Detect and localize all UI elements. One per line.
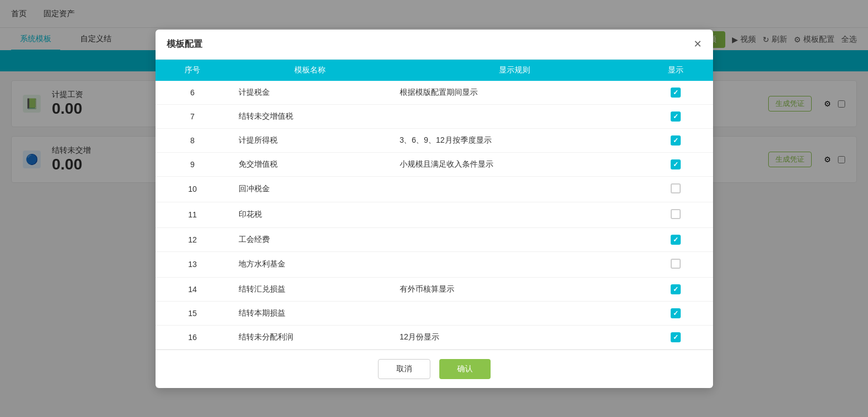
cell-seq: 16 (156, 325, 230, 349)
table-row: 13地方水利基金 (156, 251, 713, 277)
col-rule: 显示规则 (391, 60, 638, 81)
cell-checkbox (638, 251, 712, 277)
table-row: 10回冲税金 (156, 176, 713, 202)
cell-seq: 13 (156, 251, 230, 277)
cell-name: 结转汇兑损益 (230, 277, 391, 301)
table-body: 6计提税金根据模版配置期间显示7结转未交增值税8计提所得税3、6、9、12月按季… (156, 81, 713, 350)
row-14-checkbox[interactable] (671, 284, 681, 294)
cell-rule (391, 104, 638, 128)
modal-overlay: 模板配置 ✕ 序号 模板名称 显示规则 显示 6计提税金根据模版配置期间显示7结… (0, 0, 868, 417)
col-seq: 序号 (156, 60, 230, 81)
cell-checkbox (638, 325, 712, 349)
cell-checkbox (638, 202, 712, 227)
row-8-checkbox[interactable] (671, 135, 681, 146)
col-display: 显示 (638, 60, 712, 81)
cell-seq: 8 (156, 128, 230, 152)
table-row: 9免交增值税小规模且满足收入条件显示 (156, 152, 713, 176)
cell-rule (391, 202, 638, 227)
cell-name: 地方水利基金 (230, 251, 391, 277)
cell-seq: 10 (156, 176, 230, 202)
table-row: 12工会经费 (156, 227, 713, 251)
row-11-checkbox[interactable] (671, 209, 681, 219)
cell-name: 结转未交增值税 (230, 104, 391, 128)
template-config-modal: 模板配置 ✕ 序号 模板名称 显示规则 显示 6计提税金根据模版配置期间显示7结… (156, 30, 713, 388)
cell-seq: 14 (156, 277, 230, 301)
col-name: 模板名称 (230, 60, 391, 81)
cell-seq: 6 (156, 81, 230, 105)
cell-name: 计提所得税 (230, 128, 391, 152)
confirm-button[interactable]: 确认 (439, 359, 491, 379)
row-12-checkbox[interactable] (671, 235, 681, 245)
modal-title: 模板配置 (167, 38, 202, 50)
cell-checkbox (638, 104, 712, 128)
table-row: 11印花税 (156, 202, 713, 227)
config-table: 序号 模板名称 显示规则 显示 6计提税金根据模版配置期间显示7结转未交增值税8… (156, 60, 713, 350)
cell-name: 免交增值税 (230, 152, 391, 176)
row-16-checkbox[interactable] (671, 332, 681, 342)
cell-checkbox (638, 128, 712, 152)
cell-checkbox (638, 152, 712, 176)
cell-name: 工会经费 (230, 227, 391, 251)
cell-rule: 根据模版配置期间显示 (391, 81, 638, 105)
row-13-checkbox[interactable] (671, 259, 681, 269)
modal-body: 序号 模板名称 显示规则 显示 6计提税金根据模版配置期间显示7结转未交增值税8… (156, 60, 713, 350)
cell-name: 结转本期损益 (230, 301, 391, 325)
cell-checkbox (638, 301, 712, 325)
cell-rule (391, 176, 638, 202)
table-header: 序号 模板名称 显示规则 显示 (156, 60, 713, 81)
row-10-checkbox[interactable] (671, 183, 681, 193)
modal-footer: 取消 确认 (156, 350, 713, 388)
row-15-checkbox[interactable] (671, 308, 681, 318)
cell-checkbox (638, 277, 712, 301)
cell-seq: 7 (156, 104, 230, 128)
cell-rule: 小规模且满足收入条件显示 (391, 152, 638, 176)
row-6-checkbox[interactable] (671, 88, 681, 98)
cell-name: 计提税金 (230, 81, 391, 105)
cell-seq: 11 (156, 202, 230, 227)
cell-checkbox (638, 176, 712, 202)
cell-rule (391, 301, 638, 325)
table-row: 16结转未分配利润12月份显示 (156, 325, 713, 349)
cell-name: 结转未分配利润 (230, 325, 391, 349)
cell-checkbox (638, 227, 712, 251)
modal-close-button[interactable]: ✕ (694, 39, 702, 49)
modal-header: 模板配置 ✕ (156, 30, 713, 60)
cell-rule: 3、6、9、12月按季度显示 (391, 128, 638, 152)
cell-name: 印花税 (230, 202, 391, 227)
cell-seq: 9 (156, 152, 230, 176)
table-row: 8计提所得税3、6、9、12月按季度显示 (156, 128, 713, 152)
row-9-checkbox[interactable] (671, 159, 681, 169)
table-row: 7结转未交增值税 (156, 104, 713, 128)
cell-rule (391, 227, 638, 251)
table-row: 6计提税金根据模版配置期间显示 (156, 81, 713, 105)
cell-checkbox (638, 81, 712, 105)
cell-rule (391, 251, 638, 277)
cell-rule: 有外币核算显示 (391, 277, 638, 301)
cancel-button[interactable]: 取消 (378, 359, 430, 379)
row-7-checkbox[interactable] (671, 111, 681, 122)
cell-seq: 12 (156, 227, 230, 251)
cell-name: 回冲税金 (230, 176, 391, 202)
cell-rule: 12月份显示 (391, 325, 638, 349)
cell-seq: 15 (156, 301, 230, 325)
table-row: 15结转本期损益 (156, 301, 713, 325)
table-row: 14结转汇兑损益有外币核算显示 (156, 277, 713, 301)
